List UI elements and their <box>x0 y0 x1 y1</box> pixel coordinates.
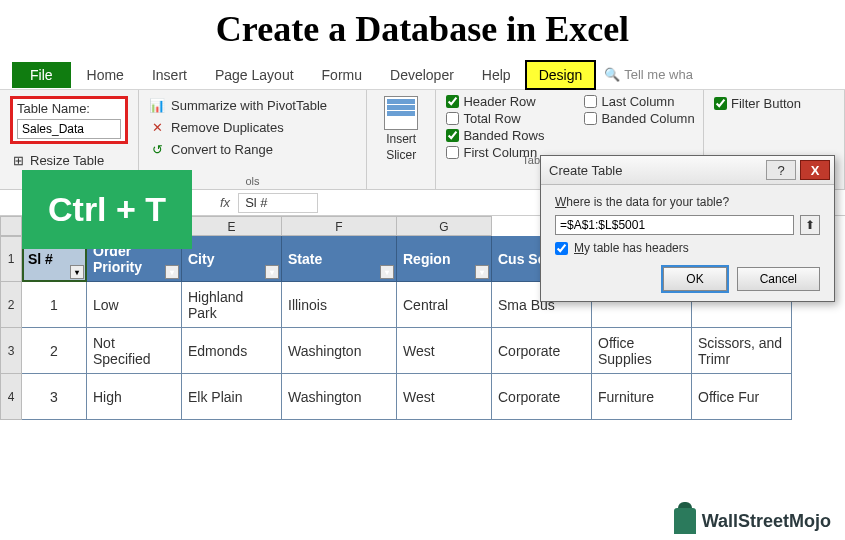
ok-button[interactable]: OK <box>663 267 726 291</box>
slicer-label1: Insert <box>386 132 416 146</box>
col-hdr-e[interactable]: E <box>182 216 282 236</box>
tell-me-label: Tell me wha <box>624 67 693 82</box>
tab-help[interactable]: Help <box>470 62 523 88</box>
tab-design[interactable]: Design <box>527 62 595 88</box>
wallstreetmojo-icon <box>674 508 696 534</box>
table-cell[interactable]: Highland Park <box>182 282 282 328</box>
col-hdr-g[interactable]: G <box>397 216 492 236</box>
search-icon: 🔍 <box>604 67 620 82</box>
chk-banded-rows-label: Banded Rows <box>463 128 544 143</box>
table-cell[interactable]: Corporate <box>492 374 592 420</box>
tab-insert[interactable]: Insert <box>140 62 199 88</box>
resize-table-button[interactable]: ⊞ Resize Table <box>10 152 128 168</box>
hdr-state[interactable]: State▾ <box>282 236 397 282</box>
tab-formulas[interactable]: Formu <box>310 62 374 88</box>
chk-banded-column[interactable]: Banded Column <box>584 111 704 126</box>
fx-icon[interactable]: fx <box>220 195 230 210</box>
select-all-corner[interactable] <box>0 216 22 236</box>
hdr-city[interactable]: City▾ <box>182 236 282 282</box>
table-name-label: Table Name: <box>17 101 121 116</box>
table-cell[interactable]: 2 <box>22 328 87 374</box>
dialog-titlebar[interactable]: Create Table ? X <box>541 156 834 185</box>
table-cell[interactable]: Scissors, and Trimr <box>692 328 792 374</box>
chk-banded-column-label: Banded Column <box>601 111 694 126</box>
ribbon-tabs: File Home Insert Page Layout Formu Devel… <box>0 60 845 90</box>
chk-filter-button-label: Filter Button <box>731 96 801 111</box>
table-cell[interactable]: Washington <box>282 328 397 374</box>
chk-banded-rows[interactable]: Banded Rows <box>446 128 566 143</box>
group-slicer: Insert Slicer <box>367 90 437 189</box>
chk-total-row[interactable]: Total Row <box>446 111 566 126</box>
hdr-region[interactable]: Region▾ <box>397 236 492 282</box>
tab-home[interactable]: Home <box>75 62 136 88</box>
hdr-region-label: Region <box>403 251 450 267</box>
table-cell[interactable]: West <box>397 374 492 420</box>
resize-table-label: Resize Table <box>30 153 104 168</box>
table-cell[interactable]: 1 <box>22 282 87 328</box>
table-cell[interactable]: Illinois <box>282 282 397 328</box>
filter-dd-icon[interactable]: ▾ <box>70 265 84 279</box>
row-hdr-2[interactable]: 2 <box>0 282 22 328</box>
table-cell[interactable]: Office Supplies <box>592 328 692 374</box>
table-cell[interactable]: Elk Plain <box>182 374 282 420</box>
tell-me-search[interactable]: 🔍 Tell me wha <box>604 67 693 82</box>
convert-range-label: Convert to Range <box>171 142 273 157</box>
summarize-label: Summarize with PivotTable <box>171 98 327 113</box>
row-headers: 1 2 3 4 <box>0 236 22 420</box>
dialog-question: WWhere is the data for your table?here i… <box>555 195 820 209</box>
chk-filter-button[interactable]: Filter Button <box>714 96 834 111</box>
slicer-icon[interactable] <box>384 96 418 130</box>
dialog-help-button[interactable]: ? <box>766 160 796 180</box>
row-hdr-1[interactable]: 1 <box>0 236 22 282</box>
row-hdr-4[interactable]: 4 <box>0 374 22 420</box>
create-table-dialog: Create Table ? X WWhere is the data for … <box>540 155 835 302</box>
row-hdr-3[interactable]: 3 <box>0 328 22 374</box>
tab-developer[interactable]: Developer <box>378 62 466 88</box>
filter-dd-icon[interactable]: ▾ <box>475 265 489 279</box>
filter-dd-icon[interactable]: ▾ <box>380 265 394 279</box>
watermark: WallStreetMojo <box>674 508 831 534</box>
convert-range-button[interactable]: ↺ Convert to Range <box>149 138 356 160</box>
table-cell[interactable]: West <box>397 328 492 374</box>
chk-last-column-label: Last Column <box>601 94 674 109</box>
formula-input[interactable]: Sl # <box>238 193 318 213</box>
table-cell[interactable]: High <box>87 374 182 420</box>
filter-dd-icon[interactable]: ▾ <box>265 265 279 279</box>
shortcut-badge: Ctrl + T <box>22 170 192 249</box>
table-cell[interactable]: Corporate <box>492 328 592 374</box>
table-cell[interactable]: Central <box>397 282 492 328</box>
remove-duplicates-button[interactable]: ✕ Remove Duplicates <box>149 116 356 138</box>
remove-dupes-label: Remove Duplicates <box>171 120 284 135</box>
chk-header-row[interactable]: Header Row <box>446 94 566 109</box>
page-title: Create a Database in Excel <box>0 0 845 60</box>
table-cell[interactable]: Edmonds <box>182 328 282 374</box>
dialog-close-button[interactable]: X <box>800 160 830 180</box>
summarize-pivot-button[interactable]: 📊 Summarize with PivotTable <box>149 94 356 116</box>
headers-checkbox[interactable]: My table has headers <box>555 241 820 255</box>
hdr-city-label: City <box>188 251 214 267</box>
col-hdr-f[interactable]: F <box>282 216 397 236</box>
table-cell[interactable]: Low <box>87 282 182 328</box>
convert-range-icon: ↺ <box>149 141 165 157</box>
chk-last-column[interactable]: Last Column <box>584 94 704 109</box>
hdr-sl-label: Sl # <box>28 251 53 267</box>
range-input[interactable] <box>555 215 794 235</box>
dialog-title-text: Create Table <box>549 163 766 178</box>
remove-dupes-icon: ✕ <box>149 119 165 135</box>
chk-total-row-label: Total Row <box>463 111 520 126</box>
table-cell[interactable]: Washington <box>282 374 397 420</box>
cancel-button[interactable]: Cancel <box>737 267 820 291</box>
tab-page-layout[interactable]: Page Layout <box>203 62 306 88</box>
table-cell[interactable]: Office Fur <box>692 374 792 420</box>
table-cell[interactable]: Not Specified <box>87 328 182 374</box>
table-cell[interactable]: Furniture <box>592 374 692 420</box>
tab-file[interactable]: File <box>12 62 71 88</box>
table-cell[interactable]: 3 <box>22 374 87 420</box>
table-name-highlight: Table Name: <box>10 96 128 144</box>
resize-icon: ⊞ <box>10 152 26 168</box>
chk-header-row-label: Header Row <box>463 94 535 109</box>
filter-dd-icon[interactable]: ▾ <box>165 265 179 279</box>
hdr-state-label: State <box>288 251 322 267</box>
range-selector-icon[interactable]: ⬆ <box>800 215 820 235</box>
table-name-input[interactable] <box>17 119 121 139</box>
